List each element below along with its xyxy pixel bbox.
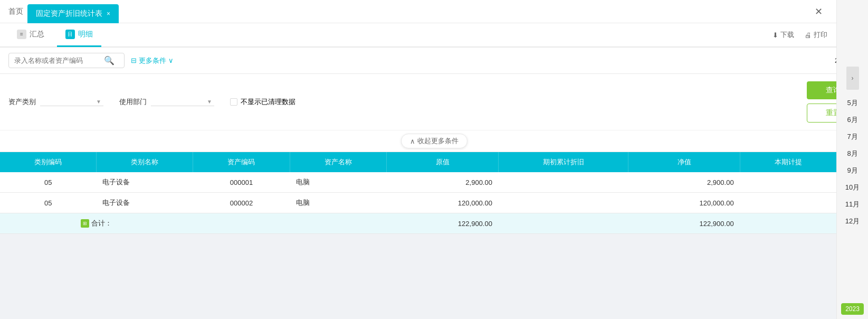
tab-title: 固定资产折旧统计表	[36, 9, 102, 18]
print-icon: 🖨	[805, 31, 812, 39]
total-label-text: 合计：	[91, 219, 112, 228]
tab-summary[interactable]: ≡ 汇总	[8, 23, 53, 47]
more-conditions-button[interactable]: ⊟ 更多条件 ∨	[131, 56, 174, 65]
table-header: 类别编码 类别名称 资产编码 资产名称 原值 期初累计折旧 净值 本期计提	[0, 152, 836, 172]
total-empty2	[290, 213, 386, 234]
print-label: 打印	[814, 30, 827, 40]
row2-asset-name: 电脑	[290, 193, 386, 213]
home-link[interactable]: 首页	[8, 7, 23, 16]
row2-accumulated-depreciation	[499, 193, 628, 213]
row2-current-depreciation	[740, 193, 836, 213]
table-body: 05 电子设备 000001 电脑 2,900.00 2,900.00 05 电…	[0, 172, 836, 234]
table-row: 05 电子设备 000001 电脑 2,900.00 2,900.00	[0, 172, 836, 193]
row2-category-name: 电子设备	[96, 193, 193, 213]
asset-category-filter: 资产类别 ▼	[8, 97, 103, 107]
total-row: ⊞ 合计： 122,900.00 122,900.00	[0, 213, 836, 234]
month-12[interactable]: 12月	[837, 213, 868, 229]
row2-net-value: 120,000.00	[628, 193, 740, 213]
sub-tabs-bar: ≡ 汇总 目 明细 ⬇ 下载 🖨 打印 ↻ 刷新	[0, 23, 868, 48]
row1-asset-code: 000001	[193, 172, 290, 193]
filter-row: 资产类别 ▼ 使用部门 ▼ 不显示已清理数据 查询 重置	[0, 74, 868, 130]
month-5[interactable]: 5月	[837, 95, 868, 111]
panel-arrow-button[interactable]: ›	[846, 67, 859, 90]
collapse-bar: ∧ 收起更多条件	[0, 130, 868, 152]
col-accumulated-depreciation: 期初累计折旧	[499, 152, 628, 172]
department-label: 使用部门	[119, 97, 147, 107]
summary-icon: ≡	[17, 30, 26, 39]
col-net-value: 净值	[628, 152, 740, 172]
asset-category-dropdown-icon: ▼	[96, 99, 101, 105]
department-dropdown-icon: ▼	[207, 99, 212, 105]
search-bar: 🔍 ⊟ 更多条件 ∨ 2023.01	[0, 48, 868, 74]
collapse-up-icon: ∧	[410, 137, 415, 145]
search-input-wrap[interactable]: 🔍	[8, 53, 125, 68]
summary-label: 汇总	[30, 30, 44, 39]
month-6[interactable]: 6月	[837, 112, 868, 128]
month-11[interactable]: 11月	[837, 196, 868, 212]
right-panel: › 5月 6月 7月 8月 9月 10月 11月 12月 2023	[836, 0, 868, 319]
col-current-depreciation: 本期计提	[740, 152, 836, 172]
col-original-value: 原值	[387, 152, 499, 172]
total-label-cell: ⊞ 合计：	[0, 213, 193, 234]
month-8[interactable]: 8月	[837, 146, 868, 162]
row1-accumulated-depreciation	[499, 172, 628, 193]
department-filter: 使用部门 ▼	[119, 97, 214, 107]
download-icon: ⬇	[772, 31, 778, 39]
data-table: 类别编码 类别名称 资产编码 资产名称 原值 期初累计折旧 净值 本期计提 05…	[0, 152, 836, 234]
year-badge[interactable]: 2023	[841, 303, 864, 315]
asset-category-label: 资产类别	[8, 97, 36, 107]
hide-cleared-label: 不显示已清理数据	[241, 97, 295, 107]
more-conditions-label: 更多条件	[139, 56, 166, 65]
search-icon[interactable]: 🔍	[104, 55, 115, 65]
download-label: 下载	[780, 30, 794, 40]
month-10[interactable]: 10月	[837, 180, 868, 195]
row1-current-depreciation	[740, 172, 836, 193]
month-9[interactable]: 9月	[837, 163, 868, 179]
hide-cleared-checkbox[interactable]: 不显示已清理数据	[230, 97, 295, 107]
month-7[interactable]: 7月	[837, 129, 868, 145]
total-icon: ⊞	[81, 219, 89, 228]
top-nav: 首页 固定资产折旧统计表 × ✕	[0, 0, 868, 23]
row1-category-name: 电子设备	[96, 172, 193, 193]
checkbox-box	[230, 98, 237, 106]
window-close-button[interactable]: ✕	[815, 6, 823, 17]
main-tab[interactable]: 固定资产折旧统计表 ×	[27, 4, 119, 23]
row2-asset-code: 000002	[193, 193, 290, 213]
row1-asset-name: 电脑	[290, 172, 386, 193]
col-asset-code: 资产编码	[193, 152, 290, 172]
filter-icon: ⊟	[131, 57, 137, 64]
tab-detail[interactable]: 目 明细	[57, 23, 101, 47]
table-row: 05 电子设备 000002 电脑 120,000.00 120,000.00	[0, 193, 836, 213]
download-button[interactable]: ⬇ 下载	[772, 30, 794, 40]
total-net-value: 122,900.00	[628, 213, 740, 234]
month-list: 5月 6月 7月 8月 9月 10月 11月 12月	[837, 95, 868, 229]
row1-net-value: 2,900.00	[628, 172, 740, 193]
row2-category-code: 05	[0, 193, 96, 213]
total-current-depreciation	[740, 213, 836, 234]
total-accumulated-depreciation	[499, 213, 628, 234]
col-asset-name: 资产名称	[290, 152, 386, 172]
col-category-code: 类别编码	[0, 152, 96, 172]
chevron-down-icon: ∨	[168, 57, 174, 64]
tab-close-icon[interactable]: ×	[107, 10, 110, 17]
asset-category-select[interactable]: ▼	[40, 98, 103, 106]
total-empty1	[193, 213, 290, 234]
table-wrapper: 类别编码 类别名称 资产编码 资产名称 原值 期初累计折旧 净值 本期计提 05…	[0, 152, 836, 234]
row1-original-value: 2,900.00	[387, 172, 499, 193]
search-input[interactable]	[14, 57, 104, 64]
row1-category-code: 05	[0, 172, 96, 193]
collapse-button[interactable]: ∧ 收起更多条件	[401, 134, 468, 148]
detail-label: 明细	[78, 30, 93, 39]
row2-original-value: 120,000.00	[387, 193, 499, 213]
collapse-label: 收起更多条件	[417, 136, 459, 146]
col-category-name: 类别名称	[96, 152, 193, 172]
print-button[interactable]: 🖨 打印	[805, 30, 827, 40]
total-original-value: 122,900.00	[387, 213, 499, 234]
detail-icon: 目	[65, 30, 75, 39]
department-select[interactable]: ▼	[151, 98, 214, 106]
